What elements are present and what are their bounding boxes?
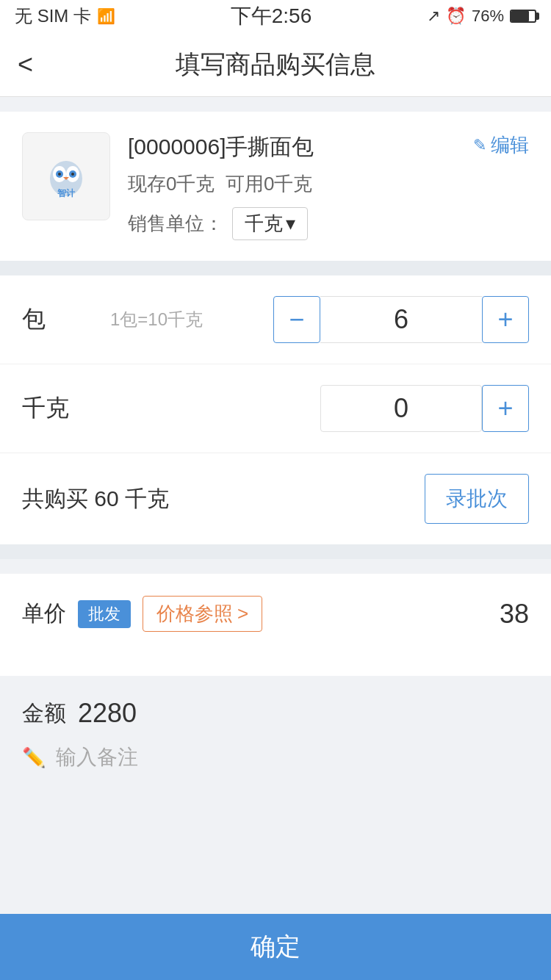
quantity-section: 包 1包=10千克 − + 千克 + — [0, 275, 551, 453]
bag-quantity-controls: − + — [273, 296, 529, 343]
status-right: ↗ ⏰ 76% — [427, 7, 536, 26]
bag-decrement-button[interactable]: − — [273, 296, 320, 343]
kg-increment-button[interactable]: + — [482, 385, 529, 432]
bag-hint: 1包=10千克 — [110, 308, 273, 331]
product-info: [0000006]手撕面包 现存0千克 可用0千克 销售单位： 千克 ▾ — [128, 132, 529, 240]
bag-quantity-row: 包 1包=10千克 − + — [0, 275, 551, 364]
confirm-button-label: 确定 — [251, 930, 300, 964]
product-unit: 销售单位： 千克 ▾ — [128, 207, 529, 240]
summary-section: 共购买 60 千克 录批次 — [0, 453, 551, 544]
amount-label: 金额 — [22, 699, 66, 729]
price-ref-label: 价格参照 — [156, 601, 233, 627]
status-bar: 无 SIM 卡 📶 下午2:56 ↗ ⏰ 76% — [0, 0, 551, 32]
bag-label: 包 — [22, 303, 110, 336]
product-name: [0000006]手撕面包 — [128, 132, 529, 162]
section-divider-1 — [0, 261, 551, 275]
product-image: 智计 — [22, 132, 110, 220]
confirm-bar[interactable]: 确定 — [0, 914, 551, 980]
battery-icon — [510, 10, 536, 23]
product-card: 智计 [0000006]手撕面包 现存0千克 可用0千克 销售单位： 千克 ▾ … — [0, 112, 551, 261]
bag-quantity-input[interactable] — [320, 296, 482, 343]
kg-quantity-input[interactable] — [320, 385, 482, 432]
chevron-down-icon: ▾ — [286, 212, 295, 235]
page-title: 填写商品购买信息 — [176, 48, 375, 82]
summary-text: 共购买 60 千克 — [22, 484, 169, 514]
svg-point-6 — [71, 173, 74, 176]
alarm-icon: ⏰ — [446, 7, 466, 26]
location-icon: ↗ — [427, 7, 440, 26]
price-value: 38 — [500, 599, 529, 630]
price-ref-button[interactable]: 价格参照 > — [143, 596, 262, 632]
kg-label: 千克 — [22, 392, 110, 425]
price-tag: 批发 — [78, 600, 131, 628]
section-divider-2 — [0, 544, 551, 559]
price-label: 单价 — [22, 599, 66, 629]
note-row[interactable]: ✏️ 输入备注 — [22, 743, 529, 771]
product-logo: 智计 — [40, 151, 92, 202]
pencil-icon: ✏️ — [22, 746, 46, 769]
wifi-icon: 📶 — [97, 7, 115, 25]
svg-text:智计: 智计 — [57, 188, 76, 198]
kg-quantity-row: 千克 + — [0, 364, 551, 453]
batch-button[interactable]: 录批次 — [425, 474, 529, 524]
unit-select[interactable]: 千克 ▾ — [232, 207, 308, 240]
bag-increment-button[interactable]: + — [482, 296, 529, 343]
svg-point-5 — [58, 173, 61, 176]
status-time: 下午2:56 — [231, 2, 312, 30]
product-stock: 现存0千克 可用0千克 — [128, 171, 529, 197]
price-section: 单价 批发 价格参照 > 38 — [0, 574, 551, 676]
carrier-text: 无 SIM 卡 — [15, 4, 91, 28]
note-placeholder: 输入备注 — [56, 743, 138, 771]
battery-percent: 76% — [472, 7, 504, 26]
status-left: 无 SIM 卡 📶 — [15, 4, 115, 28]
price-row: 单价 批发 价格参照 > 38 — [22, 596, 529, 632]
kg-quantity-controls: + — [320, 385, 529, 432]
amount-section: 金额 2280 ✏️ 输入备注 — [0, 676, 551, 793]
edit-icon: ✎ — [473, 136, 486, 155]
amount-value: 2280 — [78, 698, 137, 729]
nav-bar: < 填写商品购买信息 — [0, 32, 551, 97]
edit-button[interactable]: ✎ 编辑 — [473, 132, 529, 158]
back-button[interactable]: < — [18, 49, 33, 80]
amount-row: 金额 2280 — [22, 698, 529, 729]
price-ref-arrow: > — [237, 602, 248, 625]
